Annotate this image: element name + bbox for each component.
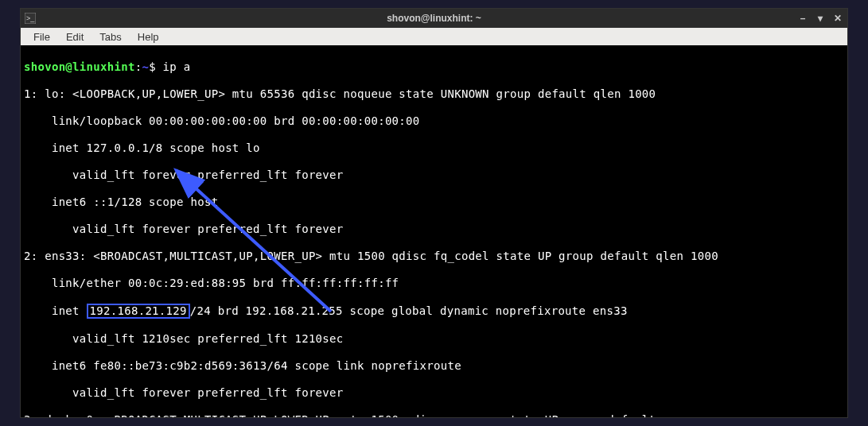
- window-controls: – ▾ ✕: [796, 13, 844, 24]
- svg-text:>_: >_: [26, 14, 35, 22]
- terminal-line: inet6 fe80::be73:c9b2:d569:3613/64 scope…: [24, 359, 844, 373]
- maximize-button[interactable]: ▾: [814, 13, 827, 24]
- terminal-line: inet 127.0.0.1/8 scope host lo: [24, 141, 844, 155]
- annotation-arrow-icon: [164, 161, 347, 320]
- terminal-line: 1: lo: <LOOPBACK,UP,LOWER_UP> mtu 65536 …: [24, 87, 844, 101]
- menu-help[interactable]: Help: [130, 29, 167, 45]
- prompt-user-host: shovon@linuxhint: [24, 60, 135, 73]
- terminal-line: inet6 ::1/128 scope host: [24, 196, 844, 209]
- menu-tabs[interactable]: Tabs: [91, 29, 129, 45]
- window-title: shovon@linuxhint: ~: [387, 13, 481, 24]
- terminal-line: link/loopback 00:00:00:00:00:00 brd 00:0…: [24, 114, 844, 128]
- line-suffix: /24 brd 192.168.21.255 scope global dyna…: [190, 304, 628, 317]
- terminal-line: 3: docker0: <BROADCAST,MULTICAST,UP,LOWE…: [24, 413, 844, 417]
- terminal-line: shovon@linuxhint:~$ ip a: [24, 60, 844, 74]
- highlighted-ip: 192.168.21.129: [87, 304, 190, 319]
- menubar: File Edit Tabs Help: [21, 28, 847, 45]
- terminal-line: valid_lft forever preferred_lft forever: [24, 168, 844, 182]
- terminal-line: valid_lft forever preferred_lft forever: [24, 223, 844, 236]
- menu-edit[interactable]: Edit: [58, 29, 91, 45]
- terminal-line: 2: ens33: <BROADCAST,MULTICAST,UP,LOWER_…: [24, 250, 844, 263]
- minimize-button[interactable]: –: [796, 13, 809, 24]
- terminal-line: valid_lft 1210sec preferred_lft 1210sec: [24, 332, 844, 346]
- terminal-line: inet 192.168.21.129/24 brd 192.168.21.25…: [24, 304, 844, 319]
- terminal-window: >_ shovon@linuxhint: ~ – ▾ ✕ File Edit T…: [20, 8, 848, 418]
- menu-file[interactable]: File: [25, 29, 58, 45]
- terminal-output[interactable]: shovon@linuxhint:~$ ip a 1: lo: <LOOPBAC…: [21, 45, 847, 417]
- titlebar[interactable]: >_ shovon@linuxhint: ~ – ▾ ✕: [21, 9, 847, 28]
- prompt-path: ~: [142, 60, 149, 73]
- line-prefix: inet: [24, 304, 87, 317]
- prompt-symbol: $: [149, 60, 156, 73]
- close-button[interactable]: ✕: [831, 13, 844, 24]
- terminal-icon: >_: [24, 12, 37, 25]
- svg-line-3: [176, 170, 331, 312]
- terminal-line: valid_lft forever preferred_lft forever: [24, 386, 844, 400]
- command-text: ip a: [163, 60, 191, 73]
- terminal-line: link/ether 00:0c:29:ed:88:95 brd ff:ff:f…: [24, 277, 844, 290]
